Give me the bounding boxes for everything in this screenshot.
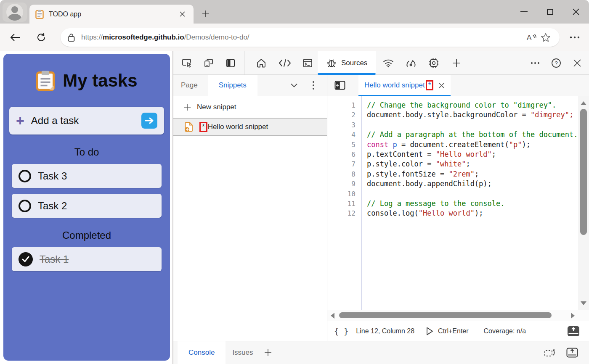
tab-page[interactable]: Page (181, 81, 198, 90)
devtools-help-button[interactable]: ? (549, 55, 564, 71)
drawer-tab-console[interactable]: Console (178, 341, 226, 364)
task-checkbox-unchecked[interactable] (19, 170, 31, 182)
task-checkbox-unchecked[interactable] (19, 200, 31, 212)
code-editor[interactable]: 123456789101112 // Change the background… (327, 96, 589, 310)
dock-panel-icon (226, 58, 235, 68)
issues-tab-label: Issues (232, 348, 253, 356)
horizontal-scrollbar[interactable] (327, 310, 589, 321)
scroll-up-arrow[interactable] (581, 101, 586, 105)
code-line[interactable]: // Change the background color to "dimgr… (367, 100, 589, 110)
console-terminal-icon (302, 58, 313, 68)
code-line[interactable] (367, 120, 589, 130)
vertical-scrollbar[interactable] (578, 96, 589, 310)
inspect-element-button[interactable] (179, 55, 194, 71)
drawer-expand-button[interactable] (565, 345, 580, 360)
device-emulation-button[interactable] (201, 55, 216, 71)
tab-snippets[interactable]: Snippets (208, 75, 257, 96)
network-tab-button[interactable] (381, 55, 396, 71)
new-snippet-button[interactable]: New snippet (173, 96, 327, 118)
unsaved-marker: * (202, 123, 205, 131)
code-line[interactable]: document.body.style.backgroundColor = "d… (367, 110, 589, 120)
drawer-tab-issues[interactable]: Issues (232, 348, 253, 357)
url-text: https://microsoftedge.github.io/Demos/de… (81, 33, 524, 42)
task-label: Task 3 (38, 170, 67, 182)
memory-tab-button[interactable] (426, 55, 441, 71)
back-button[interactable] (6, 28, 24, 47)
code-line[interactable]: console.log("Hello world"); (367, 208, 589, 218)
vertical-scrollbar-thumb[interactable] (580, 109, 587, 235)
scroll-right-arrow[interactable] (571, 313, 575, 319)
more-tabs-button[interactable] (287, 78, 302, 93)
content-area: My tasks + Add a task To do Task 3 (0, 51, 589, 364)
browser-tab-todo-app[interactable]: TODO app (29, 5, 194, 24)
clipboard-icon (36, 70, 55, 92)
device-emulation-icon (204, 58, 214, 68)
toolbar-separator (513, 51, 513, 75)
collapse-navigator-button[interactable] (332, 78, 348, 93)
profile-button[interactable] (3, 3, 27, 22)
plus-icon: + (16, 113, 24, 128)
panel-up-icon (566, 348, 578, 358)
task-row[interactable]: Task 2 (12, 194, 162, 218)
drawer-more-tools-button[interactable] (264, 349, 272, 356)
welcome-tab-button[interactable] (254, 55, 269, 71)
drawer-dock-button[interactable] (543, 345, 558, 360)
dock-side-button[interactable] (223, 55, 238, 71)
editor-tab-hello-world-snippet[interactable]: Hello world snippet * (358, 75, 451, 96)
back-arrow-icon (10, 33, 21, 42)
plus-icon (452, 59, 461, 67)
close-icon (180, 11, 185, 17)
ellipsis-icon (531, 62, 540, 64)
new-tab-button[interactable] (199, 8, 212, 20)
tab-title: TODO app (49, 11, 172, 18)
code-line[interactable]: // Log a message to the console. (367, 199, 589, 208)
gauge-icon (406, 58, 417, 68)
favorites-button[interactable] (539, 30, 553, 45)
star-icon (541, 32, 551, 42)
code-line[interactable]: document.body.appendChild(p); (367, 179, 589, 189)
address-bar[interactable]: https://microsoftedge.github.io/Demos/de… (61, 28, 560, 47)
devtools-close-button[interactable] (570, 55, 585, 71)
add-task-button[interactable] (141, 113, 157, 129)
line-number: 8 (327, 169, 356, 179)
code-line[interactable]: p.style.color = "white"; (367, 159, 589, 169)
refresh-button[interactable] (32, 28, 50, 47)
window-close-button[interactable] (563, 0, 589, 24)
navigator-menu-button[interactable] (306, 78, 321, 93)
show-drawer-button[interactable] (567, 326, 580, 337)
window-maximize-button[interactable] (537, 0, 563, 24)
add-task-input[interactable]: + Add a task (9, 107, 164, 135)
code-line[interactable]: // Add a paragraph at the bottom of the … (367, 130, 589, 140)
more-tools-button[interactable] (449, 55, 464, 71)
read-aloud-button[interactable]: A (524, 30, 539, 45)
code-lines[interactable]: // Change the background color to "dimgr… (362, 96, 589, 310)
window-minimize-button[interactable] (511, 0, 537, 24)
svg-text:A: A (527, 34, 532, 42)
snippet-list-item-selected[interactable]: * Hello world snippet (173, 118, 327, 136)
kebab-menu-icon (312, 81, 315, 90)
elements-tab-button[interactable] (277, 55, 292, 71)
devtools-customize-button[interactable] (528, 55, 543, 71)
pretty-print-button[interactable]: { } (334, 327, 348, 336)
horizontal-scrollbar-thumb[interactable] (339, 312, 552, 318)
browser-settings-button[interactable] (566, 29, 583, 46)
performance-tab-button[interactable] (403, 55, 419, 71)
task-row-completed[interactable]: Task 1 (12, 247, 162, 271)
code-editor-pane: Hello world snippet * 123456789101112 //… (327, 75, 589, 341)
memory-chip-icon (428, 58, 439, 69)
scroll-left-arrow[interactable] (331, 313, 334, 319)
tab-sources[interactable]: Sources (318, 51, 376, 75)
tab-close-button[interactable] (177, 9, 188, 20)
scroll-down-arrow[interactable] (581, 301, 586, 305)
console-tab-button[interactable] (300, 55, 315, 71)
code-line[interactable]: p.textContent = "Hello world"; (367, 150, 589, 159)
task-row[interactable]: Task 3 (12, 164, 162, 188)
code-line[interactable]: p.style.fontSize = "2rem"; (367, 169, 589, 179)
code-line[interactable]: const p = document.createElement("p"); (367, 140, 589, 150)
task-checkbox-checked[interactable] (19, 252, 33, 266)
editor-tab-close-button[interactable] (438, 82, 445, 89)
editor-status-bar: { } Line 12, Column 28 Ctrl+Enter Covera… (327, 321, 589, 341)
code-line[interactable] (367, 189, 589, 199)
add-task-label: Add a task (31, 115, 141, 127)
run-snippet-icon[interactable] (425, 327, 434, 336)
